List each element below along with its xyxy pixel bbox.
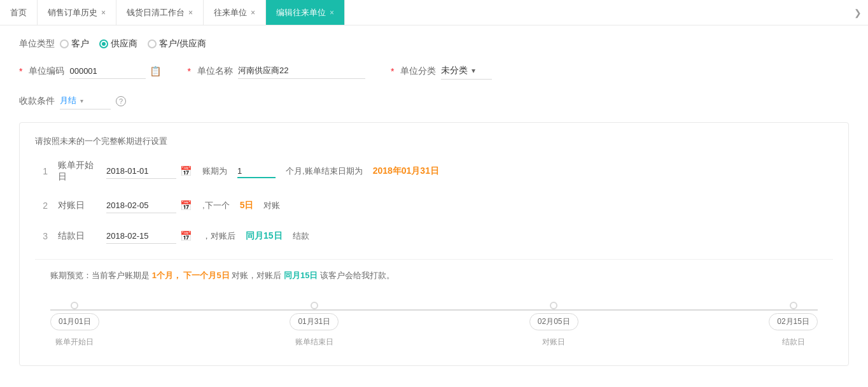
billing-row-3-prefix: ，对账后 <box>202 230 235 242</box>
tab-sales-history-close[interactable]: × <box>101 8 106 17</box>
billing-row-1-month-input[interactable] <box>237 165 276 178</box>
billing-row-1-suffix-before: 账期为 <box>202 165 227 177</box>
name-required-star: * <box>187 66 190 76</box>
radio-customer-circle <box>60 39 69 48</box>
code-input[interactable] <box>69 64 146 79</box>
billing-row-3-label: 结款日 <box>58 230 96 242</box>
billing-row-2-suffix: 对账 <box>263 200 280 211</box>
billing-row-3-highlight: 同月15日 <box>246 230 283 242</box>
radio-both-circle <box>148 39 157 48</box>
timeline-dot-4 <box>790 302 797 309</box>
code-required-star: * <box>19 66 22 76</box>
timeline-label-4: 结款日 <box>782 337 805 348</box>
timeline-badge-2: 01月31日 <box>290 313 339 330</box>
billing-row-1: 1 账单开始日 📅 账期为 个月,账单结束日期为 2018年01月31日 <box>35 160 833 183</box>
code-icon[interactable]: 📋 <box>150 66 162 77</box>
billing-row-1-date-group: 📅 <box>106 164 192 179</box>
preview-p1: 1个月， <box>152 271 181 280</box>
tab-bar: 首页 销售订单历史 × 钱货日清工作台 × 往来单位 × 编辑往来单位 × ❯ <box>0 0 868 25</box>
payment-row: 收款条件 月结 ▾ ? <box>19 92 849 109</box>
code-group: * 单位编码 📋 <box>19 64 162 79</box>
billing-row-1-number: 1 <box>35 166 48 176</box>
timeline-label-3: 对账日 <box>542 337 565 348</box>
timeline-label-1: 账单开始日 <box>55 337 94 348</box>
billing-row-3-calendar-icon[interactable]: 📅 <box>180 230 192 242</box>
radio-customer[interactable]: 客户 <box>60 38 89 50</box>
billing-row-3-suffix: 结款 <box>293 230 309 242</box>
code-name-row: * 单位编码 📋 * 单位名称 * 单位分类 未分类 ▾ <box>19 62 849 80</box>
tab-partners-close[interactable]: × <box>251 8 255 17</box>
preview-p3: 对账，对账后 <box>232 271 281 280</box>
tab-cash-workbench-close[interactable]: × <box>188 8 193 17</box>
timeline-points: 01月01日 账单开始日 01月31日 账单结束日 02月05日 对账日 <box>50 302 818 348</box>
billing-row-2-prefix: ,下一个 <box>202 200 230 211</box>
timeline-dot-1 <box>71 302 78 309</box>
timeline-point-4: 02月15日 结款日 <box>769 302 818 348</box>
tab-partners-label: 往来单位 <box>214 7 247 18</box>
unit-type-group: 单位类型 客户 供应商 客户/供应商 <box>19 38 206 50</box>
preview-p2: 下一个月5日 <box>183 271 229 280</box>
radio-supplier-label: 供应商 <box>111 38 137 50</box>
preview-p4: 同月15日 <box>284 271 318 280</box>
tab-edit-partner[interactable]: 编辑往来单位 × <box>266 0 345 25</box>
timeline-badge-1: 01月01日 <box>50 313 99 330</box>
billing-row-3-date[interactable] <box>106 229 176 244</box>
billing-row-3-date-group: 📅 <box>106 229 192 244</box>
category-group: * 单位分类 未分类 ▾ <box>391 62 492 80</box>
payment-label: 收款条件 <box>19 95 55 107</box>
billing-row-1-label: 账单开始日 <box>58 160 96 183</box>
billing-row-3-number: 3 <box>35 231 48 241</box>
billing-row-1-suffix-after: 个月,账单结束日期为 <box>286 165 363 177</box>
name-group: * 单位名称 <box>187 64 365 79</box>
timeline-label-2: 账单结束日 <box>295 337 333 348</box>
payment-select[interactable]: 月结 ▾ <box>60 92 111 109</box>
tab-more-button[interactable]: ❯ <box>848 0 868 25</box>
billing-row-2-date[interactable] <box>106 198 176 213</box>
timeline-dot-3 <box>550 302 557 309</box>
category-required-star: * <box>391 66 394 76</box>
category-label: 单位分类 <box>400 66 436 77</box>
billing-row-2: 2 对账日 📅 ,下一个 5日 对账 <box>35 198 833 213</box>
tab-sales-history-label: 销售订单历史 <box>48 7 97 18</box>
tab-sales-history[interactable]: 销售订单历史 × <box>38 0 116 25</box>
billing-row-2-label: 对账日 <box>58 200 96 211</box>
name-label: 单位名称 <box>197 66 233 77</box>
payment-dropdown-icon: ▾ <box>80 97 83 104</box>
timeline-badge-4: 02月15日 <box>769 313 818 330</box>
tab-cash-workbench[interactable]: 钱货日清工作台 × <box>116 0 204 25</box>
tab-edit-partner-label: 编辑往来单位 <box>276 7 326 18</box>
billing-row-2-calendar-icon[interactable]: 📅 <box>180 200 192 211</box>
payment-group: 收款条件 月结 ▾ ? <box>19 92 126 109</box>
timeline: 01月01日 账单开始日 01月31日 账单结束日 02月05日 对账日 <box>50 292 818 353</box>
timeline-point-3: 02月05日 对账日 <box>529 302 578 348</box>
timeline-point-2: 01月31日 账单结束日 <box>290 302 339 348</box>
radio-customer-label: 客户 <box>71 38 89 50</box>
code-input-group: 📋 <box>69 64 162 79</box>
radio-supplier-circle <box>99 39 108 48</box>
name-input[interactable] <box>238 64 365 79</box>
main-content: 单位类型 客户 供应商 客户/供应商 * 单位编码 <box>0 25 868 387</box>
timeline-point-1: 01月01日 账单开始日 <box>50 302 99 348</box>
billing-row-1-highlight: 2018年01月31日 <box>373 165 439 177</box>
tab-home[interactable]: 首页 <box>0 0 38 25</box>
radio-both-label: 客户/供应商 <box>159 38 206 50</box>
tab-home-label: 首页 <box>10 7 27 18</box>
code-label: 单位编码 <box>29 66 64 77</box>
radio-supplier[interactable]: 供应商 <box>99 38 137 50</box>
timeline-dot-2 <box>311 302 318 309</box>
billing-section: 请按照未来的一个完整帐期进行设置 1 账单开始日 📅 账期为 个月,账单结束日期… <box>19 122 849 366</box>
billing-row-2-number: 2 <box>35 201 48 211</box>
help-icon[interactable]: ? <box>116 96 126 106</box>
tab-edit-partner-close[interactable]: × <box>330 8 334 17</box>
billing-desc: 请按照未来的一个完整帐期进行设置 <box>35 136 833 147</box>
billing-row-1-date[interactable] <box>106 164 176 179</box>
billing-row-1-calendar-icon[interactable]: 📅 <box>180 165 192 177</box>
radio-group-unit-type: 客户 供应商 客户/供应商 <box>60 38 206 50</box>
unit-type-label: 单位类型 <box>19 38 55 50</box>
radio-both[interactable]: 客户/供应商 <box>148 38 206 50</box>
preview-label: 账期预览：当前客户账期是 <box>50 271 150 280</box>
chevron-right-icon: ❯ <box>854 8 862 18</box>
tab-partners[interactable]: 往来单位 × <box>204 0 266 25</box>
category-dropdown-icon: ▾ <box>472 66 475 75</box>
category-select[interactable]: 未分类 ▾ <box>441 62 492 80</box>
